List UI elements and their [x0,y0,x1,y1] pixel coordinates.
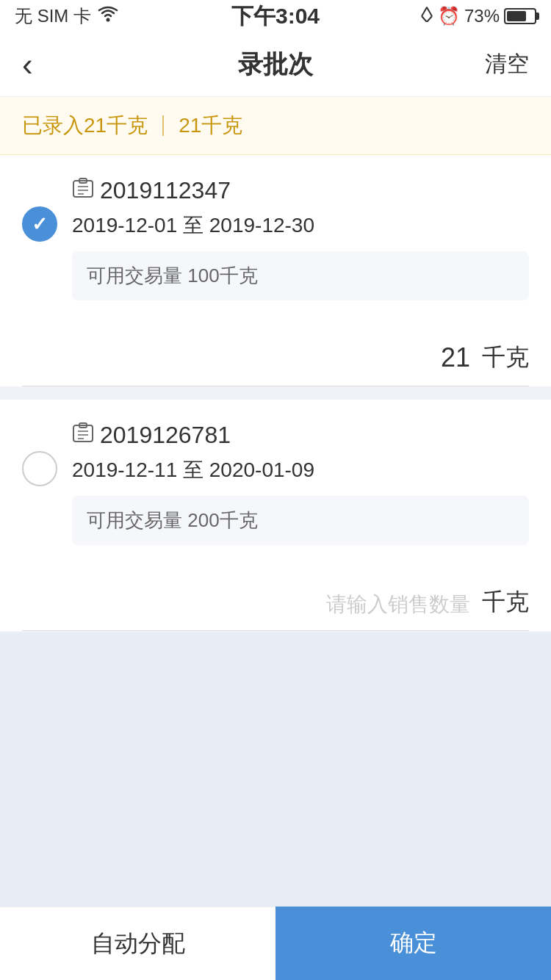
status-right: ⏰ 73% [420,6,536,26]
batch-item-1: 2019112347 2019-12-01 至 2019-12-30 可用交易量… [22,177,529,315]
batch-id-row-2: 2019126781 [72,422,529,449]
section-divider [0,388,551,400]
status-bar: 无 SIM 卡 下午3:04 ⏰ 73% [0,0,551,32]
content-area: 2019112347 2019-12-01 至 2019-12-30 可用交易量… [0,155,551,980]
batch-card-1: 2019112347 2019-12-01 至 2019-12-30 可用交易量… [0,155,551,386]
svg-point-0 [107,18,110,22]
underline-2 [22,630,529,631]
battery-percent: 73% [464,6,500,26]
unit-1: 千克 [482,342,529,374]
confirm-button[interactable]: 确定 [276,907,551,980]
total-text: 21千克 [179,112,242,140]
quantity-input-2[interactable] [323,587,470,618]
recorded-text: 已录入21千克 [22,112,148,140]
batch-content-2: 2019126781 2019-12-11 至 2020-01-09 可用交易量… [72,422,529,560]
batch-icon-1 [72,178,94,203]
batch-icon-2 [72,422,94,448]
batch-date-2: 2019-12-11 至 2020-01-09 [72,456,529,484]
batch-card-2: 2019126781 2019-12-11 至 2020-01-09 可用交易量… [0,400,551,631]
batch-content-1: 2019112347 2019-12-01 至 2019-12-30 可用交易量… [72,177,529,315]
battery-icon [504,8,536,24]
location-icon [420,6,433,26]
batch-radio-2[interactable] [22,451,57,486]
bottom-bar: 自动分配 确定 [0,907,551,980]
unit-2: 千克 [482,586,529,619]
wifi-icon [97,6,119,26]
status-banner: 已录入21千克 21千克 [0,97,551,155]
batch-available-2: 可用交易量 200千克 [72,496,529,545]
back-button[interactable]: ‹ [22,46,66,83]
batch-radio-1[interactable] [22,206,57,242]
quantity-row-2: 千克 [0,574,551,630]
batch-card-inner-2: 2019126781 2019-12-11 至 2020-01-09 可用交易量… [0,400,551,574]
carrier-text: 无 SIM 卡 [15,4,91,28]
banner-divider [162,115,164,136]
page-title: 录批次 [238,48,313,82]
batch-id-1: 2019112347 [100,177,231,204]
batch-id-2: 2019126781 [100,422,231,449]
batch-item-2: 2019126781 2019-12-11 至 2020-01-09 可用交易量… [22,422,529,560]
alarm-icon: ⏰ [438,6,460,26]
batch-id-row-1: 2019112347 [72,177,529,204]
status-time: 下午3:04 [231,1,320,32]
auto-distribute-button[interactable]: 自动分配 [0,907,276,980]
nav-bar: ‹ 录批次 清空 [0,32,551,97]
batch-date-1: 2019-12-01 至 2019-12-30 [72,212,529,239]
batch-available-1: 可用交易量 100千克 [72,251,529,300]
batch-card-inner-1: 2019112347 2019-12-01 至 2019-12-30 可用交易量… [0,155,551,330]
status-left: 无 SIM 卡 [15,4,119,28]
clear-button[interactable]: 清空 [485,49,529,79]
underline-1 [22,386,529,386]
quantity-row-1: 千克 [0,330,551,386]
quantity-input-1[interactable] [323,342,470,373]
